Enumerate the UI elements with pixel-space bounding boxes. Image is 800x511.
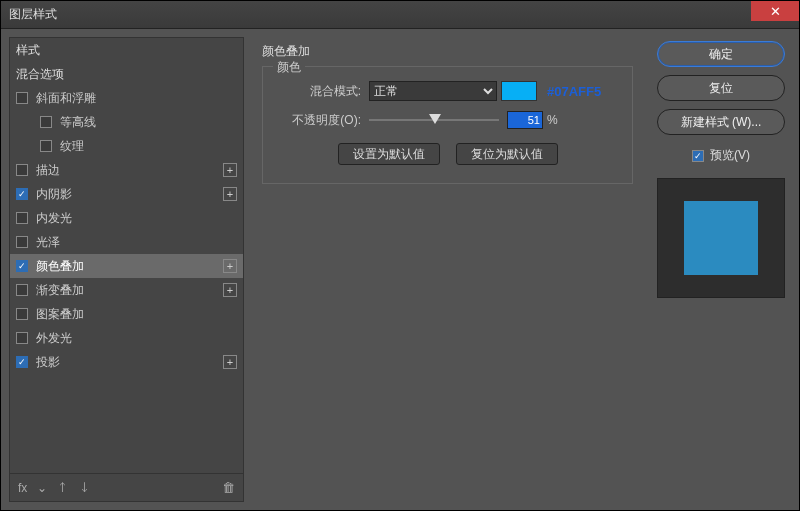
preview-box bbox=[657, 178, 785, 298]
style-item[interactable]: 描边+ bbox=[10, 158, 243, 182]
make-default-button[interactable]: 设置为默认值 bbox=[338, 143, 440, 165]
style-item-label: 投影 bbox=[36, 354, 60, 371]
opacity-slider[interactable] bbox=[369, 113, 499, 127]
style-checkbox[interactable]: ✓ bbox=[16, 260, 28, 272]
layer-style-dialog: 图层样式 ✕ 样式 混合选项 斜面和浮雕等高线纹理描边+✓内阴影+内发光光泽✓颜… bbox=[0, 0, 800, 511]
move-down-icon[interactable]: 🡓 bbox=[79, 481, 91, 495]
opacity-row: 不透明度(O): % bbox=[273, 111, 622, 129]
style-item[interactable]: ✓投影+ bbox=[10, 350, 243, 374]
fx-more-icon[interactable]: ⌄ bbox=[37, 481, 47, 495]
style-item-label: 颜色叠加 bbox=[36, 258, 84, 275]
ok-button[interactable]: 确定 bbox=[657, 41, 785, 67]
sidebar-footer: fx ⌄ 🡑 🡓 🗑 bbox=[10, 473, 243, 501]
preview-toggle-row[interactable]: ✓ 预览(V) bbox=[692, 147, 750, 164]
add-effect-icon[interactable]: + bbox=[223, 283, 237, 297]
style-checkbox[interactable] bbox=[16, 92, 28, 104]
styles-header[interactable]: 样式 bbox=[10, 38, 243, 62]
style-item[interactable]: 等高线 bbox=[10, 110, 243, 134]
style-checkbox[interactable] bbox=[16, 236, 28, 248]
blend-mode-label: 混合模式: bbox=[273, 83, 361, 100]
add-effect-icon[interactable]: + bbox=[223, 355, 237, 369]
preview-label: 预览(V) bbox=[710, 147, 750, 164]
style-item[interactable]: 内发光 bbox=[10, 206, 243, 230]
style-checkbox[interactable] bbox=[16, 332, 28, 344]
style-item-label: 光泽 bbox=[36, 234, 60, 251]
blending-options[interactable]: 混合选项 bbox=[10, 62, 243, 86]
style-item-label: 内阴影 bbox=[36, 186, 72, 203]
blend-mode-row: 混合模式: 正常 #07AFF5 bbox=[273, 81, 622, 101]
blend-mode-select[interactable]: 正常 bbox=[369, 81, 497, 101]
reset-default-button[interactable]: 复位为默认值 bbox=[456, 143, 558, 165]
slider-thumb-icon[interactable] bbox=[429, 114, 441, 124]
color-hex: #07AFF5 bbox=[547, 84, 601, 99]
content-area: 样式 混合选项 斜面和浮雕等高线纹理描边+✓内阴影+内发光光泽✓颜色叠加+渐变叠… bbox=[1, 29, 799, 510]
panel-title: 颜色叠加 bbox=[262, 43, 633, 60]
style-checkbox[interactable]: ✓ bbox=[16, 356, 28, 368]
style-checkbox[interactable] bbox=[16, 308, 28, 320]
window-title: 图层样式 bbox=[9, 6, 57, 23]
style-item[interactable]: ✓内阴影+ bbox=[10, 182, 243, 206]
trash-icon[interactable]: 🗑 bbox=[222, 480, 235, 495]
new-style-button[interactable]: 新建样式 (W)... bbox=[657, 109, 785, 135]
style-item[interactable]: 斜面和浮雕 bbox=[10, 86, 243, 110]
percent-label: % bbox=[547, 113, 558, 127]
style-checkbox[interactable] bbox=[40, 116, 52, 128]
color-legend: 颜色 bbox=[273, 59, 305, 76]
style-item[interactable]: 光泽 bbox=[10, 230, 243, 254]
defaults-button-row: 设置为默认值 复位为默认值 bbox=[273, 143, 622, 165]
opacity-input[interactable] bbox=[507, 111, 543, 129]
styles-sidebar: 样式 混合选项 斜面和浮雕等高线纹理描边+✓内阴影+内发光光泽✓颜色叠加+渐变叠… bbox=[9, 37, 244, 502]
opacity-label: 不透明度(O): bbox=[273, 112, 361, 129]
style-list: 样式 混合选项 斜面和浮雕等高线纹理描边+✓内阴影+内发光光泽✓颜色叠加+渐变叠… bbox=[10, 38, 243, 473]
color-swatch[interactable] bbox=[501, 81, 537, 101]
style-item-label: 渐变叠加 bbox=[36, 282, 84, 299]
fx-label[interactable]: fx bbox=[18, 481, 27, 495]
add-effect-icon[interactable]: + bbox=[223, 259, 237, 273]
style-item[interactable]: 纹理 bbox=[10, 134, 243, 158]
add-effect-icon[interactable]: + bbox=[223, 187, 237, 201]
style-item[interactable]: 外发光 bbox=[10, 326, 243, 350]
add-effect-icon[interactable]: + bbox=[223, 163, 237, 177]
titlebar[interactable]: 图层样式 ✕ bbox=[1, 1, 799, 29]
style-item-label: 描边 bbox=[36, 162, 60, 179]
color-fieldset: 颜色 混合模式: 正常 #07AFF5 不透明度(O): bbox=[262, 66, 633, 184]
reset-button[interactable]: 复位 bbox=[657, 75, 785, 101]
style-item-label: 纹理 bbox=[60, 138, 84, 155]
style-checkbox[interactable] bbox=[16, 164, 28, 176]
style-checkbox[interactable] bbox=[16, 212, 28, 224]
style-checkbox[interactable] bbox=[16, 284, 28, 296]
style-checkbox[interactable]: ✓ bbox=[16, 188, 28, 200]
style-item-label: 图案叠加 bbox=[36, 306, 84, 323]
style-item-label: 等高线 bbox=[60, 114, 96, 131]
style-checkbox[interactable] bbox=[40, 140, 52, 152]
style-item-label: 外发光 bbox=[36, 330, 72, 347]
style-item-label: 内发光 bbox=[36, 210, 72, 227]
style-item-label: 斜面和浮雕 bbox=[36, 90, 96, 107]
style-item[interactable]: 图案叠加 bbox=[10, 302, 243, 326]
close-button[interactable]: ✕ bbox=[751, 1, 799, 21]
style-item[interactable]: 渐变叠加+ bbox=[10, 278, 243, 302]
preview-swatch bbox=[684, 201, 758, 275]
close-icon: ✕ bbox=[770, 4, 781, 19]
move-up-icon[interactable]: 🡑 bbox=[57, 481, 69, 495]
options-panel: 颜色叠加 颜色 混合模式: 正常 #07AFF5 不透明度(O): bbox=[252, 37, 643, 502]
style-item[interactable]: ✓颜色叠加+ bbox=[10, 254, 243, 278]
action-column: 确定 复位 新建样式 (W)... ✓ 预览(V) bbox=[651, 37, 791, 502]
preview-checkbox[interactable]: ✓ bbox=[692, 150, 704, 162]
